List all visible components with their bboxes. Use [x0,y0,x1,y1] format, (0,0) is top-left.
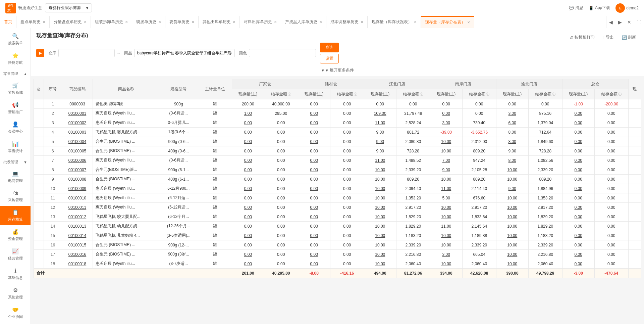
cell-tot-qty[interactable]: 0.00 [562,165,594,175]
cell-code[interactable]: 00100015 [62,240,93,250]
cell-code[interactable]: 00100018 [62,259,93,269]
sidebar-item-ecom[interactable]: 💻 电商管理 [0,167,31,187]
cell-code[interactable]: 00100010 [62,193,93,203]
cell-tot-qty[interactable]: 0.00 [562,193,594,203]
cell-jb-qty[interactable]: 10.00 [364,222,396,231]
user-area[interactable]: E demo2 [615,3,639,13]
cell-yb-qty[interactable]: 10.00 [496,165,528,175]
cell-tot-qty[interactable]: -1.00 [562,99,594,109]
tab-cbtz[interactable]: 成本调整单历史 ✕ [326,16,368,28]
sidebar-item-retail[interactable]: 零售管理 ▲ [0,68,31,79]
sidebar-item-mall[interactable]: 🛒 零售商城 [0,79,31,98]
tabs-expand-btn[interactable]: ⛶ [634,16,644,28]
cell-lcc-qty[interactable]: 0.00 [298,259,330,269]
cell-tot-qty[interactable]: 0.00 [562,175,594,184]
cell-na-qty[interactable]: 3.00 [430,118,462,128]
cell-na-qty[interactable]: 11.00 [430,184,462,193]
expand-toggle-btn[interactable]: ▶ [36,49,44,57]
cell-yb-qty[interactable]: 6.00 [496,118,528,128]
cell-tot-qty[interactable]: 0.00 [562,212,594,222]
cell-yb-qty[interactable]: 8.00 [496,128,528,137]
sidebar-item-marketing[interactable]: 📢 营销推广 [0,98,31,118]
warehouse-input[interactable] [58,49,115,57]
info-icon[interactable]: ⓘ [486,92,489,96]
cell-lcc-qty[interactable]: 0.00 [298,212,330,222]
sidebar-item-basic[interactable]: ℹ 基础信息 [0,264,31,284]
cell-code[interactable]: 00100002 [62,118,93,128]
cell-tot-qty[interactable]: 0.00 [562,137,594,146]
sidebar-item-nav[interactable]: ⭐ 快捷导航 [0,49,31,68]
cell-yb-qty[interactable]: 10.00 [496,175,528,184]
cell-tot-qty[interactable]: 0.00 [562,156,594,165]
cell-yb-qty[interactable]: 8.00 [496,137,528,146]
cell-jb-qty[interactable]: 10.00 [364,231,396,240]
print-btn[interactable]: 🖨 按模板打印 [567,33,597,42]
cell-fcc-qty[interactable]: 0.00 [232,137,264,146]
cell-yb-qty[interactable]: 9.00 [496,184,528,193]
cell-jb-qty[interactable]: 10.00 [364,175,396,184]
tab-kcfb[interactable]: 现存量（库存分布表） ✕ [421,16,474,28]
info-icon[interactable]: ⓘ [288,92,291,96]
cell-tot-qty[interactable]: 0.00 [562,222,594,231]
tabs-next-btn[interactable]: ▶ [615,16,625,28]
cell-code[interactable]: 00100012 [62,212,93,222]
gear-settings-btn[interactable]: ⚙ [37,87,41,92]
close-icon[interactable]: ✕ [319,20,322,24]
info-icon[interactable]: ⓘ [618,92,622,96]
cell-fcc-qty[interactable]: 0.00 [232,193,264,203]
cell-fcc-qty[interactable]: 0.00 [232,231,264,240]
close-icon[interactable]: ✕ [361,20,363,24]
cell-fcc-qty[interactable]: 0.00 [232,118,264,128]
tab-clck[interactable]: 材料出库单历史 ✕ [240,16,281,28]
cell-code[interactable]: 00100007 [62,165,93,175]
cell-code[interactable]: 00100009 [62,184,93,193]
cell-fcc-qty[interactable]: 0.00 [232,222,264,231]
cell-tot-qty[interactable]: 0.00 [562,118,594,128]
cell-tot-qty[interactable]: 0.00 [562,146,594,156]
info-icon[interactable]: ⓘ [552,92,555,96]
cell-code[interactable]: 00100003 [62,128,93,137]
cell-na-qty[interactable]: 10.00 [430,231,462,240]
export-btn[interactable]: ↑ 导出 [600,33,616,42]
tab-qtck[interactable]: 其他出库单历史 ✕ [199,16,240,28]
cell-code[interactable]: 00100016 [62,250,93,259]
cell-code[interactable]: 00100011 [62,203,93,212]
close-icon[interactable]: ✕ [84,20,87,24]
close-icon[interactable]: ✕ [233,20,235,24]
cell-fcc-qty[interactable]: 0.00 [232,250,264,259]
tab-yaohuo[interactable]: 要货单历史 ✕ [165,16,199,28]
cell-jb-qty[interactable]: 10.00 [364,203,396,212]
cell-jb-qty[interactable]: 10.00 [364,212,396,222]
cell-fcc-qty[interactable]: 0.00 [232,146,264,156]
tab-diaobao[interactable]: 调拨单历史 ✕ [132,16,165,28]
sidebar-item-wholesale[interactable]: 批发管理 ▼ [0,157,31,167]
cell-tot-qty[interactable]: 0.00 [562,259,594,269]
cell-fcc-qty[interactable]: 0.00 [232,203,264,212]
cell-yb-qty[interactable]: 9.00 [496,146,528,156]
cell-fcc-qty[interactable]: 0.00 [232,175,264,184]
setting-btn[interactable]: 设置 [320,54,339,63]
cell-jb-qty[interactable]: 9.00 [364,128,396,137]
cell-yb-qty[interactable]: 0.00 [496,99,528,109]
cell-na-qty[interactable]: 3.00 [430,250,462,259]
info-icon[interactable]: ⓘ [354,92,357,96]
close-icon[interactable]: ✕ [192,20,194,24]
cell-fcc-qty[interactable]: 1.00 [232,109,264,118]
close-icon[interactable]: ✕ [414,20,417,24]
tabs-prev-btn[interactable]: ◀ [606,16,615,28]
cell-fcc-qty[interactable]: 0.00 [232,156,264,165]
tab-pandian[interactable]: 盘点单历史 ✕ [16,16,50,28]
cell-code[interactable]: 0000003 [62,99,93,109]
sidebar-item-search[interactable]: 🔍 搜索英单 [0,30,31,49]
cell-jb-qty[interactable]: 10.00 [364,193,396,203]
cell-lcc-qty[interactable]: 0.00 [298,222,330,231]
sidebar-item-system[interactable]: ⚙ 系统管理 [0,284,31,303]
cell-na-qty[interactable]: 10.00 [430,203,462,212]
color-input[interactable] [249,49,316,57]
cell-tot-qty[interactable]: 0.00 [562,184,594,193]
tab-zuchai[interactable]: 组装拆卸单历史 ✕ [91,16,132,28]
refresh-btn[interactable]: 🔄 刷新 [619,33,639,42]
close-icon[interactable]: ✕ [467,20,470,24]
cell-na-qty[interactable]: 7.00 [430,156,462,165]
sidebar-item-purchase[interactable]: 🛍 采购管理 [0,187,31,206]
